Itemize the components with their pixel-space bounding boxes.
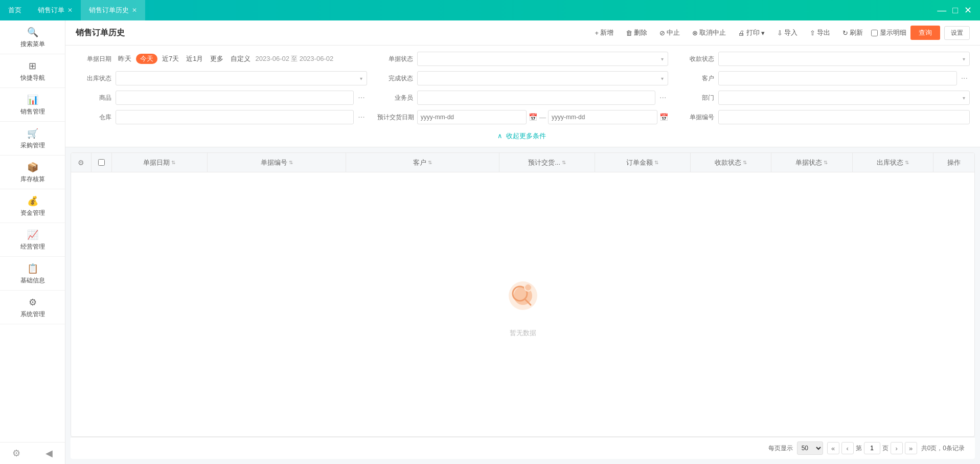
delivery-date-start[interactable] — [417, 110, 527, 124]
order-status-arrow: ▾ — [661, 56, 664, 62]
th-checkbox[interactable] — [92, 153, 112, 172]
sidebar-item-finance[interactable]: 💰 资金管理 — [0, 189, 65, 223]
goods-ellipsis[interactable]: ··· — [356, 93, 367, 102]
date-sep: — — [539, 114, 546, 121]
sort-status-icon: ⇅ — [824, 160, 828, 165]
page-number-input[interactable] — [864, 442, 880, 454]
empty-state: 暂无数据 — [71, 172, 974, 436]
new-button[interactable]: + 新增 — [590, 26, 618, 39]
delivery-status-select[interactable]: ▾ — [116, 71, 367, 85]
th-settings[interactable]: ⚙ — [71, 153, 92, 172]
sidebar-item-basic-info[interactable]: 📋 基础信息 — [0, 257, 65, 291]
prev-page-button[interactable]: ‹ — [841, 442, 854, 454]
export-icon: ⇧ — [810, 29, 815, 37]
table-settings-icon[interactable]: ⚙ — [78, 159, 84, 167]
salesperson-input[interactable] — [417, 91, 655, 105]
display-toggle-label: 显示明细 — [880, 28, 906, 37]
minimize-button[interactable]: — — [935, 5, 948, 16]
tab-sales-order-history-label: 销售订单历史 — [89, 6, 129, 15]
display-toggle-checkbox[interactable] — [871, 30, 878, 36]
sidebar-item-inventory[interactable]: 📦 库存核算 — [0, 156, 65, 189]
warehouse-input[interactable] — [116, 110, 354, 124]
receipt-status-select[interactable]: ▾ — [718, 52, 970, 66]
collapse-row[interactable]: ∧ 收起更多条件 — [76, 129, 970, 141]
sidebar-item-search-menu[interactable]: 🔍 搜索菜单 — [0, 20, 65, 54]
cancel-stop-button[interactable]: ⊗ 取消中止 — [688, 26, 730, 39]
th-delivery-date[interactable]: 预计交货... ⇅ — [499, 153, 595, 172]
filter-customer: 客户 ··· — [678, 71, 970, 85]
display-toggle[interactable]: 显示明细 — [871, 28, 906, 37]
department-arrow: ▾ — [963, 95, 965, 101]
next-page-button[interactable]: › — [891, 442, 903, 454]
close-window-button[interactable]: ✕ — [962, 5, 974, 16]
main-layout: 🔍 搜索菜单 ⊞ 快捷导航 📊 销售管理 🛒 采购管理 📦 库存核算 💰 资金管… — [0, 20, 980, 464]
th-amount[interactable]: 订单金额 ⇅ — [595, 153, 691, 172]
delivery-status-label: 出库状态 — [76, 74, 111, 83]
order-no-input[interactable] — [718, 110, 970, 124]
tab-sales-order-history[interactable]: 销售订单历史 ✕ — [81, 0, 145, 20]
stop-button[interactable]: ⊘ 中止 — [655, 26, 684, 39]
warehouse-ellipsis[interactable]: ··· — [356, 113, 367, 122]
order-status-select[interactable]: ▾ — [417, 52, 669, 66]
date-quick-7days[interactable]: 近7天 — [159, 54, 181, 64]
calendar-icon-start[interactable]: 📅 — [529, 113, 537, 121]
setting-button[interactable]: 设置 — [944, 26, 970, 40]
operations-icon: 📈 — [27, 229, 38, 240]
sidebar: 🔍 搜索菜单 ⊞ 快捷导航 📊 销售管理 🛒 采购管理 📦 库存核算 💰 资金管… — [0, 20, 65, 464]
per-page-label: 每页显示 — [768, 444, 793, 453]
salesperson-control: ··· — [417, 91, 669, 105]
date-quick-custom[interactable]: 自定义 — [228, 54, 253, 64]
sidebar-item-label: 经营管理 — [20, 242, 45, 251]
customer-control: ··· — [718, 71, 970, 85]
sidebar-item-quick-nav[interactable]: ⊞ 快捷导航 — [0, 54, 65, 88]
th-customer[interactable]: 客户 ⇅ — [346, 153, 499, 172]
delete-icon: 🗑 — [626, 29, 632, 37]
sidebar-item-operations[interactable]: 📈 经营管理 — [0, 223, 65, 257]
th-order-status[interactable]: 单据状态 ⇅ — [771, 153, 852, 172]
th-date[interactable]: 单据日期 ⇅ — [112, 153, 208, 172]
per-page-select[interactable]: 50 20 100 — [797, 441, 823, 455]
completion-status-control: ▾ — [417, 71, 669, 85]
th-delivery-status-label: 出库状态 — [877, 158, 903, 167]
sidebar-settings-icon[interactable]: ⚙ — [12, 448, 20, 459]
select-all-checkbox[interactable] — [98, 159, 105, 166]
sidebar-item-label: 基础信息 — [20, 276, 45, 285]
close-icon-history[interactable]: ✕ — [132, 7, 137, 14]
sidebar-item-sales-mgmt[interactable]: 📊 销售管理 — [0, 88, 65, 122]
calendar-icon-end[interactable]: 📅 — [659, 113, 668, 121]
import-button[interactable]: ⇩ 导入 — [773, 26, 802, 39]
tab-home[interactable]: 首页 — [0, 0, 30, 20]
th-delivery-status[interactable]: 出库状态 ⇅ — [853, 153, 933, 172]
date-quick-1month[interactable]: 近1月 — [184, 54, 206, 64]
maximize-button[interactable]: □ — [950, 5, 960, 16]
tab-sales-order[interactable]: 销售订单 ✕ — [30, 0, 81, 20]
first-page-button[interactable]: « — [827, 442, 839, 454]
new-label: 新增 — [600, 28, 613, 37]
print-button[interactable]: 🖨 打印 ▾ — [734, 26, 769, 39]
date-quick-more[interactable]: 更多 — [208, 54, 226, 64]
completion-status-select[interactable]: ▾ — [417, 71, 669, 85]
refresh-button[interactable]: ↻ 刷新 — [838, 26, 867, 39]
date-quick-yesterday[interactable]: 昨天 — [116, 54, 134, 64]
sidebar-item-system[interactable]: ⚙ 系统管理 — [0, 291, 65, 324]
sort-receipt-icon: ⇅ — [743, 160, 747, 165]
sidebar-collapse-icon[interactable]: ◀ — [45, 448, 53, 459]
stop-label: 中止 — [667, 28, 680, 37]
last-page-button[interactable]: » — [905, 442, 917, 454]
goods-control: ··· — [116, 91, 367, 105]
salesperson-ellipsis[interactable]: ··· — [657, 93, 668, 102]
goods-input[interactable] — [116, 91, 354, 105]
delete-button[interactable]: 🗑 删除 — [622, 26, 651, 39]
delivery-date-end[interactable] — [548, 110, 657, 124]
export-button[interactable]: ⇧ 导出 — [806, 26, 834, 39]
customer-input[interactable] — [718, 71, 956, 85]
query-button[interactable]: 查询 — [910, 26, 940, 40]
th-receipt-status[interactable]: 收款状态 ⇅ — [691, 153, 771, 172]
close-icon[interactable]: ✕ — [67, 7, 73, 14]
sidebar-item-purchase-mgmt[interactable]: 🛒 采购管理 — [0, 122, 65, 156]
customer-ellipsis[interactable]: ··· — [959, 74, 970, 83]
date-range-sep: 至 — [291, 55, 300, 62]
date-quick-today[interactable]: 今天 — [136, 54, 157, 64]
department-select[interactable]: ▾ — [718, 91, 970, 105]
th-order-no[interactable]: 单据编号 ⇅ — [208, 153, 347, 172]
